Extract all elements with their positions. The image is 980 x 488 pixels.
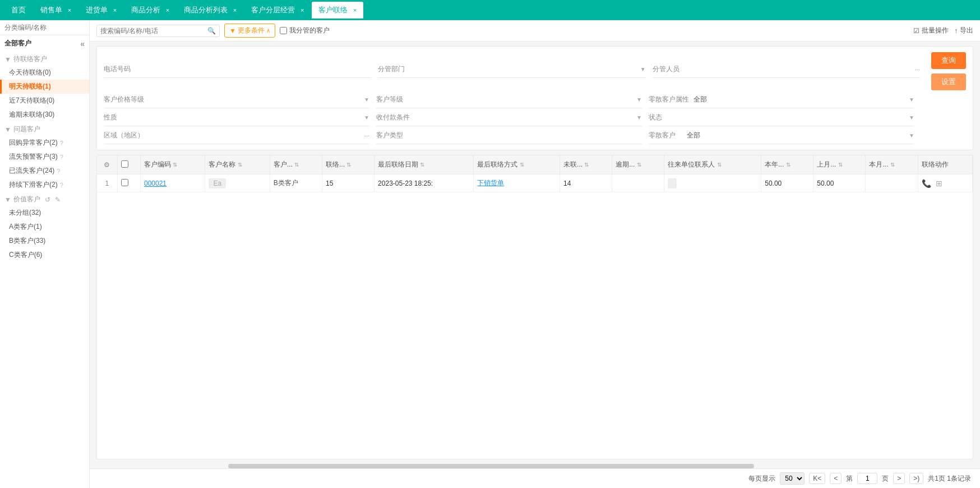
col-this-month[interactable]: 本月... ⇅: [866, 155, 918, 174]
sidebar-item-a-class[interactable]: A类客户(1): [0, 220, 89, 234]
retail-customer-select[interactable]: 全部 ▼: [687, 131, 914, 140]
prev-page-btn[interactable]: <: [830, 473, 842, 484]
help-icon-1[interactable]: ?: [60, 154, 63, 160]
refresh-icon[interactable]: ↺: [45, 196, 50, 204]
row-checkbox[interactable]: [121, 179, 128, 186]
customer-level-select[interactable]: ▼: [414, 96, 642, 103]
col-unlost[interactable]: 未联... ⇅: [560, 155, 612, 174]
sidebar-item-overdue[interactable]: 逾期未联络(30): [0, 108, 89, 122]
query-btn[interactable]: 查询: [931, 52, 966, 69]
payment-select[interactable]: ▼: [414, 114, 642, 121]
more-filter-btn[interactable]: ▼ 更多条件 ∧: [224, 24, 275, 38]
row-checkbox-cell[interactable]: [117, 174, 140, 192]
nav-item-analysis[interactable]: 商品分析 ×: [124, 2, 176, 19]
close-purchase-icon[interactable]: ×: [113, 7, 117, 13]
all-customers-header[interactable]: 全部客户 «: [0, 35, 89, 52]
collapse-icon[interactable]: «: [80, 39, 85, 48]
nav-item-home[interactable]: 首页: [4, 2, 33, 19]
sort-icon-code[interactable]: ⇅: [173, 162, 177, 168]
nature-select[interactable]: ▼: [142, 114, 369, 121]
sort-icon-name[interactable]: ⇅: [238, 162, 242, 168]
sidebar-item-loss-warning[interactable]: 流失预警客户(3) ?: [0, 150, 89, 164]
col-gear[interactable]: ⚙: [97, 155, 117, 174]
sort-icon-last-method[interactable]: ⇅: [520, 162, 524, 168]
action-phone-icon[interactable]: 📞: [922, 179, 931, 188]
first-page-btn[interactable]: K<: [809, 473, 825, 484]
col-checkbox[interactable]: [117, 155, 140, 174]
edit-icon[interactable]: ✎: [55, 196, 61, 204]
col-last-date[interactable]: 最后联络日期 ⇅: [375, 155, 474, 174]
close-tier-icon[interactable]: ×: [301, 7, 304, 13]
nav-item-customer-contact[interactable]: 客户联络 ×: [312, 2, 363, 19]
close-sales-icon[interactable]: ×: [68, 7, 71, 13]
retail-attr-select[interactable]: 全部 ▼: [694, 95, 914, 104]
close-contact-icon[interactable]: ×: [353, 7, 357, 13]
my-customers-checkbox[interactable]: [280, 27, 287, 34]
export-btn[interactable]: ↑ 导出: [954, 26, 973, 35]
sort-icon-type[interactable]: ⇅: [294, 162, 299, 168]
nav-item-sales[interactable]: 销售单 ×: [34, 2, 78, 19]
set-btn[interactable]: 设置: [931, 73, 966, 90]
row-code[interactable]: 000021: [140, 174, 205, 192]
phone-input[interactable]: [142, 66, 371, 73]
sidebar-item-ungroup[interactable]: 未分组(32): [0, 206, 89, 220]
my-customers-checkbox-wrap[interactable]: 我分管的客户: [280, 26, 330, 35]
main-search-input[interactable]: [100, 27, 207, 35]
next-page-btn[interactable]: >: [893, 473, 905, 484]
person-select[interactable]: ···: [691, 66, 920, 73]
sidebar-search-box[interactable]: 🔍: [0, 20, 89, 35]
col-year-amount[interactable]: 本年... ⇅: [761, 155, 813, 174]
help-icon-2[interactable]: ?: [57, 168, 60, 174]
col-overdue[interactable]: 逾期... ⇅: [612, 155, 664, 174]
nav-item-customer-tier[interactable]: 客户分层经营 ×: [244, 2, 311, 19]
nav-item-purchase[interactable]: 进货单 ×: [79, 2, 123, 19]
help-icon-3[interactable]: ?: [60, 182, 63, 188]
sort-icon-unlost[interactable]: ⇅: [584, 162, 589, 168]
col-name[interactable]: 客户名称 ⇅: [205, 155, 270, 174]
help-icon-0[interactable]: ?: [60, 140, 63, 146]
gear-icon[interactable]: ⚙: [104, 161, 110, 169]
sort-icon-contacts[interactable]: ⇅: [346, 162, 351, 168]
col-code[interactable]: 客户编码 ⇅: [140, 155, 205, 174]
col-last-method[interactable]: 最后联络方式 ⇅: [474, 155, 560, 174]
col-contact-person[interactable]: 往来单位联系人 ⇅: [664, 155, 761, 174]
sort-icon-this-month[interactable]: ⇅: [890, 162, 895, 168]
sort-icon-overdue[interactable]: ⇅: [637, 162, 641, 168]
sidebar-search-input[interactable]: [4, 24, 89, 31]
per-page-select[interactable]: 50: [780, 472, 805, 485]
search-box[interactable]: 🔍: [96, 25, 220, 37]
sidebar-item-c-class[interactable]: C类客户(6): [0, 248, 89, 262]
select-all-checkbox[interactable]: [121, 160, 128, 168]
sidebar-item-today[interactable]: 今天待联络(0): [0, 66, 89, 80]
last-page-btn[interactable]: >): [909, 473, 923, 484]
close-analysis-list-icon[interactable]: ×: [233, 7, 237, 13]
horizontal-scrollbar[interactable]: [96, 464, 973, 468]
col-last-month[interactable]: 上月... ⇅: [813, 155, 866, 174]
row-last-method[interactable]: 下销货单: [474, 174, 560, 192]
sidebar-item-repurchase[interactable]: 回购异常客户(2) ?: [0, 136, 89, 150]
person-more-icon[interactable]: ···: [915, 66, 920, 73]
main-search-icon[interactable]: 🔍: [207, 27, 216, 35]
sort-icon-last-date[interactable]: ⇅: [420, 162, 424, 168]
close-analysis-icon[interactable]: ×: [166, 7, 169, 13]
batch-btn[interactable]: ☑ 批量操作: [913, 26, 949, 35]
area-more-icon[interactable]: ···: [364, 132, 369, 139]
price-level-select[interactable]: ▼: [149, 96, 369, 103]
scroll-thumb[interactable]: [228, 464, 754, 468]
sidebar-item-7days[interactable]: 近7天待联络(0): [0, 94, 89, 108]
dept-select[interactable]: ▼: [416, 66, 645, 72]
nav-item-analysis-list[interactable]: 商品分析列表 ×: [177, 2, 243, 19]
action-grid-icon[interactable]: ⊞: [936, 179, 942, 188]
col-contacts[interactable]: 联络... ⇅: [322, 155, 374, 174]
page-input[interactable]: [857, 473, 877, 484]
sidebar-item-lost[interactable]: 已流失客户(24) ?: [0, 164, 89, 178]
sort-icon-last-month[interactable]: ⇅: [838, 162, 843, 168]
sort-icon-contact-person[interactable]: ⇅: [717, 162, 722, 168]
sidebar-item-b-class[interactable]: B类客户(33): [0, 234, 89, 248]
sidebar-item-declining[interactable]: 持续下滑客户(2) ?: [0, 178, 89, 192]
area-select[interactable]: ···: [149, 132, 369, 139]
status-select[interactable]: ▼: [687, 114, 914, 121]
sort-icon-year[interactable]: ⇅: [786, 162, 791, 168]
col-type[interactable]: 客户... ⇅: [270, 155, 322, 174]
sidebar-item-tomorrow[interactable]: 明天待联络(1): [0, 80, 89, 94]
